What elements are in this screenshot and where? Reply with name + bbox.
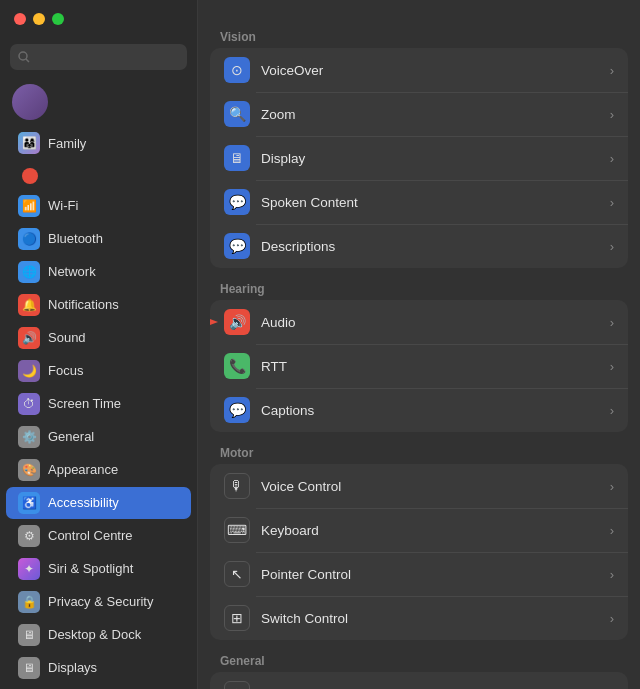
sidebar-item-network[interactable]: 🌐Network: [6, 256, 191, 288]
sidebar-item-siri[interactable]: ✦Siri & Spotlight: [6, 553, 191, 585]
pref-item-spoken[interactable]: 💬Spoken Content›: [210, 180, 628, 224]
chevron-right-icon: ›: [610, 107, 614, 122]
sidebar-item-sound[interactable]: 🔊Sound: [6, 322, 191, 354]
audio-pref-icon: 🔊: [224, 309, 250, 335]
sidebar-item-label: Displays: [48, 660, 97, 675]
sound-icon: 🔊: [18, 327, 40, 349]
maximize-button[interactable]: [52, 13, 64, 25]
sidebar-item-screentime[interactable]: ⏱Screen Time: [6, 388, 191, 420]
sidebar-item-appearance[interactable]: 🎨Appearance: [6, 454, 191, 486]
pref-item-voiceover[interactable]: ⊙VoiceOver›: [210, 48, 628, 92]
pref-list-hearing: 🔊Audio› 📞RTT›💬Captions›: [210, 300, 628, 432]
pref-item-keyboard[interactable]: ⌨Keyboard›: [210, 508, 628, 552]
sidebar-item-wallpaper[interactable]: 🏔Wallpaper: [6, 685, 191, 689]
sidebar-item-bluetooth[interactable]: 🔵Bluetooth: [6, 223, 191, 255]
sidebar-item-desktop[interactable]: 🖥Desktop & Dock: [6, 619, 191, 651]
main-header: [198, 0, 640, 20]
spoken-pref-icon: 💬: [224, 189, 250, 215]
close-button[interactable]: [14, 13, 26, 25]
chevron-right-icon: ›: [610, 151, 614, 166]
rtt-label: RTT: [261, 359, 599, 374]
pref-list-vision: ⊙VoiceOver›🔍Zoom›🖥Display›💬Spoken Conten…: [210, 48, 628, 268]
chevron-right-icon: ›: [610, 315, 614, 330]
display-label: Display: [261, 151, 599, 166]
voiceover-pref-icon: ⊙: [224, 57, 250, 83]
voicecontrol-pref-icon: 🎙: [224, 473, 250, 499]
sidebar-item-controlcentre[interactable]: ⚙Control Centre: [6, 520, 191, 552]
sidebar-item-label: Bluetooth: [48, 231, 103, 246]
sidebar-item-label: Privacy & Security: [48, 594, 153, 609]
sidebar-item-wifi[interactable]: 📶Wi-Fi: [6, 190, 191, 222]
audio-label: Audio: [261, 315, 599, 330]
appearance-icon: 🎨: [18, 459, 40, 481]
svg-point-0: [19, 52, 27, 60]
pref-item-display[interactable]: 🖥Display›: [210, 136, 628, 180]
sidebar-items: 📶Wi-Fi🔵Bluetooth🌐Network🔔Notifications🔊S…: [0, 190, 197, 689]
pref-item-descriptions[interactable]: 💬Descriptions›: [210, 224, 628, 268]
sidebar-item-label: Screen Time: [48, 396, 121, 411]
section-label-vision: Vision: [198, 20, 640, 48]
pref-item-switch[interactable]: ⊞Switch Control›: [210, 596, 628, 640]
sidebar-item-focus[interactable]: 🌙Focus: [6, 355, 191, 387]
sidebar-item-label: General: [48, 429, 94, 444]
keyboard-label: Keyboard: [261, 523, 599, 538]
sidebar-item-label: Focus: [48, 363, 83, 378]
rtt-pref-icon: 📞: [224, 353, 250, 379]
chevron-right-icon: ›: [610, 403, 614, 418]
displays-icon: 🖥: [18, 657, 40, 679]
desktop-icon: 🖥: [18, 624, 40, 646]
chevron-right-icon: ›: [610, 611, 614, 626]
descriptions-pref-icon: 💬: [224, 233, 250, 259]
sidebar-item-label: Control Centre: [48, 528, 133, 543]
siri-icon: ✦: [18, 558, 40, 580]
general-icon: ⚙️: [18, 426, 40, 448]
avatar: [12, 84, 48, 120]
keyboard-pref-icon: ⌨: [224, 517, 250, 543]
sidebar-item-privacy[interactable]: 🔒Privacy & Security: [6, 586, 191, 618]
switch-pref-icon: ⊞: [224, 605, 250, 631]
pref-item-pointer[interactable]: ↖Pointer Control›: [210, 552, 628, 596]
focus-icon: 🌙: [18, 360, 40, 382]
review-text: [18, 168, 38, 182]
pref-item-siri-gen[interactable]: ✦Siri›: [210, 672, 628, 689]
sidebar-item-notifications[interactable]: 🔔Notifications: [6, 289, 191, 321]
chevron-right-icon: ›: [610, 63, 614, 78]
red-arrow: [210, 302, 220, 342]
descriptions-label: Descriptions: [261, 239, 599, 254]
sidebar-item-accessibility[interactable]: ♿Accessibility: [6, 487, 191, 519]
family-icon: 👨‍👩‍👧: [18, 132, 40, 154]
sidebar-item-label: Sound: [48, 330, 86, 345]
sidebar-item-label: Appearance: [48, 462, 118, 477]
sidebar-item-displays[interactable]: 🖥Displays: [6, 652, 191, 684]
minimize-button[interactable]: [33, 13, 45, 25]
pref-item-captions[interactable]: 💬Captions›: [210, 388, 628, 432]
main-content: Vision⊙VoiceOver›🔍Zoom›🖥Display›💬Spoken …: [198, 0, 640, 689]
sidebar-item-label: Accessibility: [48, 495, 119, 510]
voiceover-label: VoiceOver: [261, 63, 599, 78]
sidebar-item-general[interactable]: ⚙️General: [6, 421, 191, 453]
pref-item-audio[interactable]: 🔊Audio›: [210, 300, 628, 344]
user-profile[interactable]: [0, 78, 197, 126]
pref-list-motor: 🎙Voice Control›⌨Keyboard›↖Pointer Contro…: [210, 464, 628, 640]
review-apple-id[interactable]: [6, 160, 191, 189]
sidebar-item-family[interactable]: 👨‍👩‍👧 Family: [6, 127, 191, 159]
pointer-pref-icon: ↖: [224, 561, 250, 587]
sidebar-scroll: 👨‍👩‍👧 Family 📶Wi-Fi🔵Bluetooth🌐Network🔔No…: [0, 78, 197, 689]
sidebar: 👨‍👩‍👧 Family 📶Wi-Fi🔵Bluetooth🌐Network🔔No…: [0, 0, 198, 689]
screentime-icon: ⏱: [18, 393, 40, 415]
search-bar[interactable]: [10, 44, 187, 70]
section-label-hearing: Hearing: [198, 272, 640, 300]
switch-label: Switch Control: [261, 611, 599, 626]
chevron-right-icon: ›: [610, 567, 614, 582]
pref-item-rtt[interactable]: 📞RTT›: [210, 344, 628, 388]
notifications-icon: 🔔: [18, 294, 40, 316]
chevron-right-icon: ›: [610, 195, 614, 210]
pref-item-voicecontrol[interactable]: 🎙Voice Control›: [210, 464, 628, 508]
pref-item-zoom[interactable]: 🔍Zoom›: [210, 92, 628, 136]
chevron-right-icon: ›: [610, 479, 614, 494]
titlebar: [0, 0, 197, 38]
chevron-right-icon: ›: [610, 359, 614, 374]
sidebar-item-label: Family: [48, 136, 86, 151]
wifi-icon: 📶: [18, 195, 40, 217]
voicecontrol-label: Voice Control: [261, 479, 599, 494]
